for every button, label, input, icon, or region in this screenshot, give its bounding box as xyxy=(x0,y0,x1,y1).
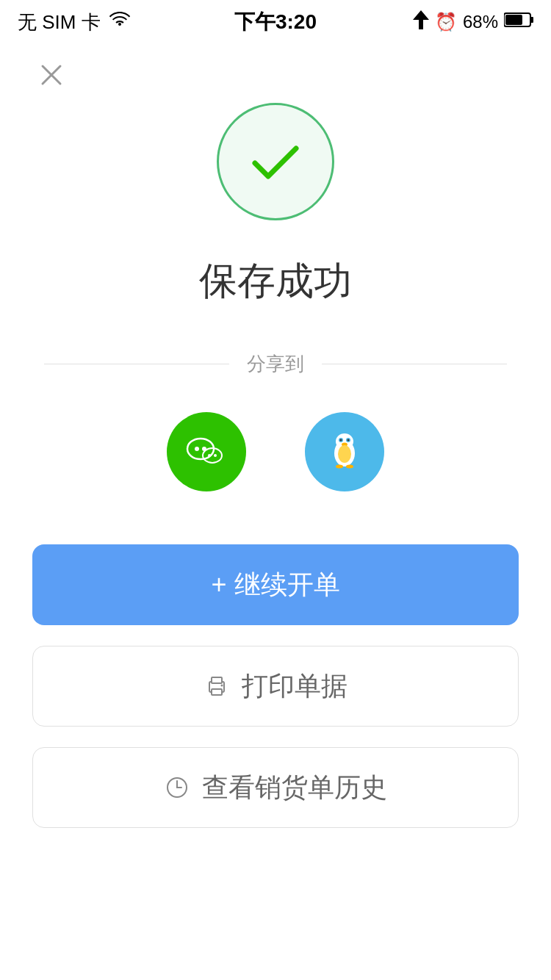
svg-rect-22 xyxy=(212,689,222,695)
location-icon xyxy=(413,10,429,34)
divider-right xyxy=(322,364,507,364)
history-label: 查看销货单历史 xyxy=(202,770,387,806)
svg-point-20 xyxy=(346,465,353,469)
svg-point-10 xyxy=(214,454,217,457)
share-divider: 分享到 xyxy=(0,351,551,377)
svg-point-15 xyxy=(340,439,342,442)
success-title: 保存成功 xyxy=(199,256,352,307)
close-button[interactable] xyxy=(29,53,73,97)
svg-rect-1 xyxy=(530,17,533,23)
svg-point-19 xyxy=(336,465,343,469)
svg-point-16 xyxy=(347,439,350,442)
battery-icon xyxy=(504,12,533,32)
svg-point-9 xyxy=(208,454,211,457)
print-button[interactable]: 打印单据 xyxy=(32,646,519,727)
wifi-icon xyxy=(108,11,132,34)
status-bar: 无 SIM 卡 下午3:20 ⏰ 68% xyxy=(0,0,551,44)
divider-left xyxy=(44,364,229,364)
qq-share-button[interactable] xyxy=(305,412,384,491)
svg-rect-2 xyxy=(505,15,522,25)
battery-percent: 68% xyxy=(463,12,498,32)
status-right: ⏰ 68% xyxy=(413,10,533,34)
actions: + 继续开单 打印单据 查看销货单历史 xyxy=(0,544,551,828)
history-button[interactable]: 查看销货单历史 xyxy=(32,747,519,828)
continue-button[interactable]: + 继续开单 xyxy=(32,544,519,625)
status-time: 下午3:20 xyxy=(234,8,317,36)
svg-point-18 xyxy=(338,445,351,463)
success-circle xyxy=(217,103,334,220)
alarm-icon: ⏰ xyxy=(435,12,457,32)
status-left: 无 SIM 卡 xyxy=(18,10,132,35)
print-icon xyxy=(204,673,230,699)
svg-point-8 xyxy=(203,448,222,463)
wechat-share-button[interactable] xyxy=(167,412,246,491)
svg-point-24 xyxy=(221,685,223,687)
history-icon xyxy=(164,774,190,801)
share-icons xyxy=(167,412,384,491)
share-label: 分享到 xyxy=(229,351,322,377)
svg-rect-23 xyxy=(212,677,222,683)
svg-point-6 xyxy=(195,447,199,451)
sim-label: 无 SIM 卡 xyxy=(18,10,101,35)
print-label: 打印单据 xyxy=(242,669,347,705)
main-content: 保存成功 分享到 xyxy=(0,44,551,828)
